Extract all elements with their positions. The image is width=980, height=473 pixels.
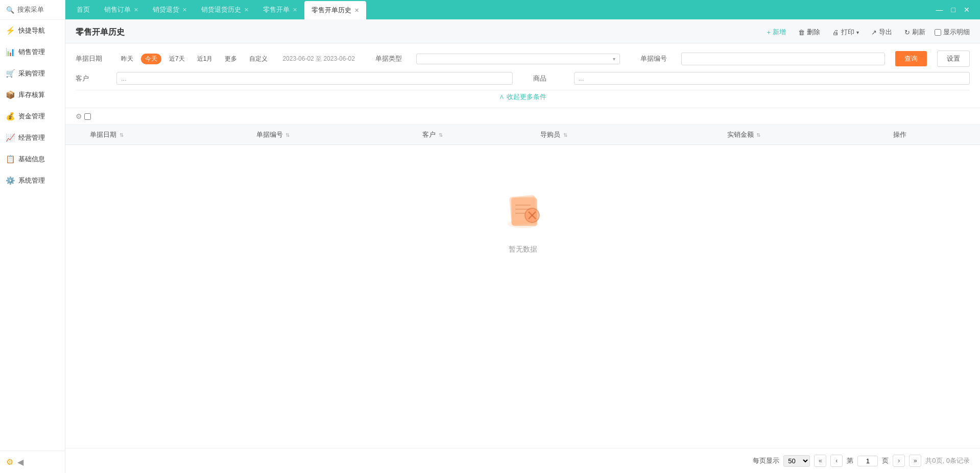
total-info: 共0页, 0条记录	[925, 456, 970, 465]
date-range-display: 2023-06-02 至 2023-06-02	[282, 55, 354, 63]
date-btn-today[interactable]: 今天	[141, 54, 161, 64]
filter-area: 单据日期 昨天 今天 近7天 近1月 更多 自定义 2023-06-02 至 2…	[65, 43, 980, 108]
per-page-select[interactable]: 50 10 20 100	[783, 455, 810, 467]
sidebar-item-sales-mgmt[interactable]: 📊 销售管理	[0, 41, 65, 63]
sort-date-icon: ⇅	[119, 132, 124, 138]
print-dropdown-icon: ▾	[856, 30, 859, 35]
sort-no-icon: ⇅	[285, 132, 290, 138]
inventory-icon: 📦	[6, 91, 14, 99]
refresh-icon: ↻	[904, 29, 910, 36]
maximize-btn[interactable]: □	[949, 6, 958, 14]
sidebar-search[interactable]: 🔍 搜索采单	[0, 0, 65, 20]
page-first-btn[interactable]: «	[814, 455, 826, 467]
collapse-conditions[interactable]: ∧ 收起更多条件	[76, 90, 970, 104]
tab-sales-return-close[interactable]: ✕	[182, 7, 187, 13]
tab-retail-open-history[interactable]: 零售开单历史 ✕	[304, 1, 366, 19]
add-icon: +	[767, 29, 771, 36]
sidebar-item-label: 资金管理	[18, 112, 45, 121]
tab-home[interactable]: 首页	[69, 0, 97, 19]
page-prev-btn[interactable]: ‹	[830, 455, 843, 467]
add-button[interactable]: + 新增	[763, 26, 789, 39]
purchase-mgmt-icon: 🛒	[6, 69, 14, 78]
filter-dates: 昨天 今天 近7天 近1月 更多 自定义	[116, 53, 272, 65]
th-date[interactable]: 单据日期 ⇅	[84, 125, 250, 145]
tab-sales-return-label: 销贷退货	[153, 5, 179, 14]
product-label: 商品	[533, 74, 564, 83]
sidebar-item-purchase-mgmt[interactable]: 🛒 采购管理	[0, 63, 65, 84]
page-next-btn[interactable]: ›	[893, 455, 905, 467]
tab-retail-open-close[interactable]: ✕	[293, 7, 297, 13]
data-table: 单据日期 ⇅ 单据编号 ⇅ 客户 ⇅ 导购员 ⇅	[65, 125, 980, 145]
date-btn-7days[interactable]: 近7天	[164, 53, 189, 65]
tab-sales-return-history-label: 销货退货历史	[201, 5, 241, 14]
base-info-icon: 📋	[6, 155, 14, 163]
sidebar-item-operations[interactable]: 📈 经营管理	[0, 127, 65, 148]
page-last-btn[interactable]: »	[909, 455, 921, 467]
print-button[interactable]: 🖨 打印 ▾	[829, 26, 862, 39]
tab-retail-open-history-label: 零售开单历史	[312, 6, 351, 15]
sidebar-item-label: 快捷导航	[18, 26, 45, 35]
date-btn-custom[interactable]: 自定义	[245, 53, 272, 65]
settings-button[interactable]: 设置	[937, 51, 970, 67]
page-num-input[interactable]	[857, 456, 878, 466]
sidebar-bottom: ⚙ ◀	[0, 451, 65, 473]
table-area: ⚙ 单据日期 ⇅ 单据编号 ⇅	[65, 108, 980, 448]
sidebar-item-quick-nav[interactable]: ⚡ 快捷导航	[0, 20, 65, 41]
show-detail-checkbox[interactable]: 显示明细	[935, 28, 970, 37]
doc-type-select[interactable]: ▾	[416, 54, 620, 64]
filter-row-2: 客户 ... 商品 ...	[76, 72, 970, 85]
collapse-sidebar-icon[interactable]: ◀	[17, 457, 23, 467]
customer-input[interactable]: ...	[116, 72, 513, 85]
tab-sales-order-close[interactable]: ✕	[134, 7, 138, 13]
close-btn[interactable]: ✕	[962, 6, 972, 14]
collapse-label: 收起更多条件	[507, 93, 546, 101]
tab-sales-return[interactable]: 销贷退货 ✕	[146, 0, 194, 19]
doc-no-input[interactable]	[681, 53, 885, 65]
export-button[interactable]: ↗ 导出	[868, 26, 895, 39]
date-btn-more[interactable]: 更多	[220, 53, 242, 65]
tab-sales-return-history-close[interactable]: ✕	[244, 7, 249, 13]
sidebar-item-label: 经营管理	[18, 133, 45, 142]
tab-sales-order[interactable]: 销售订单 ✕	[97, 0, 146, 19]
top-nav: 首页 销售订单 ✕ 销贷退货 ✕ 销货退货历史 ✕ 零售开单 ✕ 零售开单历史 …	[65, 0, 980, 19]
doc-type-label: 单据类型	[375, 54, 406, 63]
th-actions: 操作	[887, 125, 980, 145]
th-salesman[interactable]: 导购员 ⇅	[534, 125, 676, 145]
page-header: 零售开单历史 + 新增 🗑 删除 🖨 打印 ▾ ↗ 导出	[65, 19, 980, 43]
sort-salesman-icon: ⇅	[563, 132, 567, 138]
th-customer[interactable]: 客户 ⇅	[416, 125, 534, 145]
th-amount[interactable]: 实销金额 ⇅	[721, 125, 888, 145]
delete-button[interactable]: 🗑 删除	[795, 26, 823, 39]
sales-mgmt-icon: 📊	[6, 48, 14, 56]
select-all-checkbox[interactable]	[84, 113, 91, 120]
show-detail-input[interactable]	[935, 29, 941, 36]
sidebar-item-base-info[interactable]: 📋 基础信息	[0, 148, 65, 170]
sidebar-search-label: 搜索采单	[17, 5, 44, 14]
date-btn-yesterday[interactable]: 昨天	[116, 53, 138, 65]
product-input[interactable]: ...	[574, 72, 970, 85]
sidebar-item-label: 采购管理	[18, 69, 45, 78]
tab-retail-open[interactable]: 零售开单 ✕	[256, 0, 304, 19]
operations-icon: 📈	[6, 134, 14, 142]
sidebar-item-label: 库存核算	[18, 90, 45, 99]
sidebar-item-inventory[interactable]: 📦 库存核算	[0, 84, 65, 106]
page-content: 零售开单历史 + 新增 🗑 删除 🖨 打印 ▾ ↗ 导出	[65, 19, 980, 473]
quick-nav-icon: ⚡	[6, 27, 14, 35]
sidebar-item-finance[interactable]: 💰 资金管理	[0, 106, 65, 127]
th-no[interactable]: 单据编号 ⇅	[250, 125, 417, 145]
tab-retail-open-history-close[interactable]: ✕	[354, 7, 359, 14]
table-settings-icon[interactable]: ⚙	[76, 112, 82, 120]
minimize-btn[interactable]: —	[934, 6, 945, 14]
refresh-button[interactable]: ↻ 刷新	[901, 26, 928, 39]
header-actions: + 新增 🗑 删除 🖨 打印 ▾ ↗ 导出 ↻ 刷新	[763, 26, 970, 39]
date-btn-1month[interactable]: 近1月	[193, 53, 218, 65]
window-controls: — □ ✕	[934, 6, 976, 14]
export-icon: ↗	[871, 29, 877, 36]
tab-sales-return-history[interactable]: 销货退货历史 ✕	[194, 0, 256, 19]
doc-no-label: 单据编号	[640, 54, 671, 63]
th-spacer	[677, 125, 721, 145]
settings-bottom-icon[interactable]: ⚙	[6, 457, 13, 467]
query-button[interactable]: 查询	[895, 51, 927, 66]
sidebar-item-system[interactable]: ⚙️ 系统管理	[0, 170, 65, 191]
sort-customer-icon: ⇅	[439, 132, 443, 138]
